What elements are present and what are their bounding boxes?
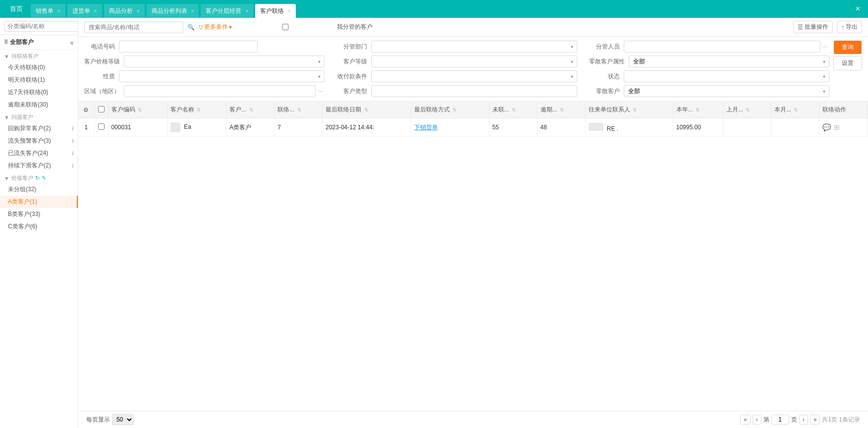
advanced-filter-panel: 电话号码 分管部门 ▾ — [78, 37, 868, 102]
my-customers-check[interactable] — [236, 24, 335, 30]
sidebar-group-problem[interactable]: ▼ 问题客户 — [0, 111, 78, 122]
settings-icon[interactable]: ⚙ — [83, 107, 89, 113]
sidebar-item-tomorrow[interactable]: 明天待联络(1) — [0, 74, 78, 86]
nav-home[interactable]: 首页 — [4, 0, 29, 18]
price-level-select[interactable] — [124, 55, 325, 67]
sidebar-item-7days[interactable]: 近7天待联络(0) — [0, 86, 78, 99]
close-icon[interactable]: × — [191, 8, 194, 14]
nav-tab-customer-tier[interactable]: 客户分层经营 × — [201, 4, 253, 18]
sidebar-item-abnormal[interactable]: 回购异常客户(2) ℹ — [0, 122, 78, 135]
customer-level-select[interactable] — [371, 55, 577, 67]
sort-icon[interactable]: ⇅ — [364, 107, 368, 112]
filter-region: 区域（地区） ··· — [84, 85, 325, 97]
sort-icon[interactable]: ⇅ — [197, 107, 201, 112]
sort-icon[interactable]: ⇅ — [512, 107, 516, 112]
close-icon[interactable]: × — [57, 8, 60, 14]
sort-icon[interactable]: ⇅ — [249, 107, 253, 112]
row-name: Ea — [167, 118, 226, 137]
export-icon: ↑ — [841, 24, 844, 31]
batch-operation-button[interactable]: ☰ 批量操作 — [793, 21, 833, 33]
payment-select[interactable] — [371, 70, 577, 82]
sidebar-item-class-c[interactable]: C类客户(6) — [0, 220, 78, 233]
sidebar-item-churn-warning[interactable]: 流失预警客户(3) ℹ — [0, 135, 78, 147]
region-more-icon[interactable]: ··· — [316, 88, 325, 95]
sidebar-item-overdue[interactable]: 逾期未联络(30) — [0, 99, 78, 111]
col-settings[interactable]: ⚙ — [78, 102, 94, 118]
sidebar-item-today[interactable]: 今天待联络(0) — [0, 61, 78, 74]
nav-tab-customer-contact[interactable]: 客户联络 × — [255, 4, 296, 18]
close-icon[interactable]: × — [137, 8, 140, 14]
refresh-icon[interactable]: ↻ — [35, 175, 40, 181]
nav-tab-analysis[interactable]: 商品分析 × — [104, 4, 145, 18]
filter-search-icon[interactable]: 🔍 — [187, 24, 195, 31]
sort-icon[interactable]: ⇅ — [452, 107, 456, 112]
sort-icon[interactable]: ⇅ — [138, 107, 142, 112]
sort-icon[interactable]: ⇅ — [297, 107, 301, 112]
dept-select[interactable] — [371, 41, 577, 53]
sidebar-item-declining[interactable]: 持续下滑客户(2) ℹ — [0, 160, 78, 172]
phone-input[interactable] — [119, 41, 258, 53]
sidebar-item-churned[interactable]: 已流失客户(24) ℹ — [0, 147, 78, 160]
col-contact-count: 联络... ⇅ — [274, 102, 323, 118]
sort-icon[interactable]: ⇅ — [633, 107, 637, 112]
close-icon[interactable]: × — [94, 8, 97, 14]
retail-attr-label: 零散客户属性 — [589, 57, 629, 66]
my-customers-checkbox[interactable]: 我分管的客户 — [236, 23, 373, 31]
region-input[interactable] — [124, 85, 316, 97]
customer-type-input[interactable] — [371, 85, 577, 97]
sidebar-item-class-b[interactable]: B类客户(33) — [0, 208, 78, 220]
close-icon[interactable]: × — [245, 8, 248, 14]
nav-tab-analysis-list[interactable]: 商品分析列表 × — [147, 4, 199, 18]
person-more-icon[interactable]: ··· — [820, 43, 829, 50]
page-number-input[interactable] — [771, 415, 789, 425]
window-close-button[interactable]: × — [852, 2, 864, 15]
retail-customer-select[interactable]: 全部 — [624, 85, 829, 97]
status-select[interactable] — [624, 70, 829, 82]
sort-icon[interactable]: ⇅ — [746, 107, 750, 112]
sidebar-item-ungrouped[interactable]: 未分组(32) — [0, 183, 78, 196]
sort-icon[interactable]: ⇅ — [794, 107, 798, 112]
col-checkbox[interactable] — [94, 102, 108, 118]
sidebar-item-class-a[interactable]: A类客户(1) — [0, 196, 78, 208]
query-button[interactable]: 查询 — [834, 41, 862, 54]
row-last-method[interactable]: 下销货单 — [411, 118, 489, 137]
message-icon[interactable]: 💬 — [822, 123, 831, 131]
select-all-checkbox[interactable] — [98, 106, 105, 112]
row-no-contact: 55 — [489, 118, 537, 137]
close-icon[interactable]: × — [288, 8, 291, 14]
edit-icon[interactable]: ✎ — [42, 175, 46, 181]
per-page-select[interactable]: 50 — [112, 414, 134, 425]
all-customers-header[interactable]: ⠿ 全部客户 « — [0, 35, 78, 50]
sort-icon[interactable]: ⇅ — [560, 107, 564, 112]
last-page-button[interactable]: » — [810, 415, 820, 425]
sort-icon[interactable]: ⇅ — [696, 107, 700, 112]
settings-button[interactable]: 设置 — [833, 56, 862, 70]
sidebar-search-input[interactable] — [4, 21, 78, 32]
more-filters-button[interactable]: ▽ 更多条件 ▾ — [199, 23, 232, 31]
export-button[interactable]: ↑ 导出 — [837, 21, 862, 33]
sidebar-group-value[interactable]: ▼ 价值客户 ↻ ✎ — [0, 172, 78, 183]
row-checkbox-cell[interactable] — [94, 118, 108, 137]
row-checkbox[interactable] — [98, 123, 105, 130]
nature-select[interactable] — [119, 70, 325, 82]
main-layout: 🔍 ⠿ 全部客户 « ▼ 待联络客户 今天待联络(0) 明天待联络(1) 近7天… — [0, 18, 868, 428]
total-records: 共1页 1条记录 — [822, 416, 860, 424]
prev-page-button[interactable]: ‹ — [753, 415, 761, 425]
payment-label: 收付款条件 — [336, 72, 371, 81]
person-input[interactable] — [624, 41, 820, 53]
retail-attr-select[interactable]: 全部 — [629, 55, 829, 67]
pagination-controls: « ‹ 第 页 › » 共1页 1条记录 — [740, 415, 860, 425]
filter-retail-customer: 零散客户 全部 ▾ — [589, 85, 829, 97]
first-page-button[interactable]: « — [740, 415, 751, 425]
next-page-button[interactable]: › — [799, 415, 808, 425]
nav-tab-purchase[interactable]: 进货单 × — [67, 4, 102, 18]
qr-icon[interactable]: ⊞ — [834, 123, 840, 131]
sidebar-group-pending[interactable]: ▼ 待联络客户 — [0, 50, 78, 61]
row-overdue: 48 — [537, 118, 585, 137]
sidebar-collapse-button[interactable]: « — [70, 39, 74, 47]
search-input[interactable] — [84, 21, 183, 33]
filter-customer-level: 客户等级 ▾ — [336, 55, 577, 67]
nav-tab-sales[interactable]: 销售单 × — [31, 4, 65, 18]
info-icon: ℹ — [72, 126, 74, 131]
phone-label: 电话号码 — [84, 43, 119, 51]
